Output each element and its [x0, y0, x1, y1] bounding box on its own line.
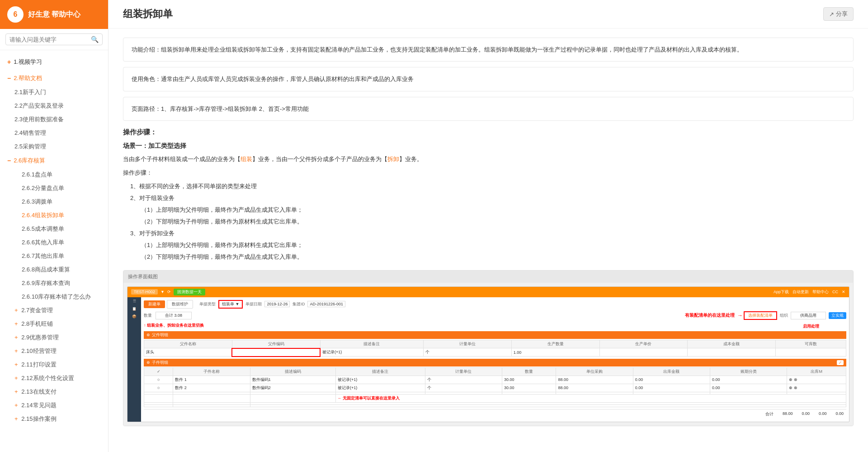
mock-td-1-code: [232, 348, 320, 357]
sidebar-item-videos[interactable]: + 1.视频学习: [0, 55, 108, 69]
search-icon[interactable]: 🔍: [91, 36, 99, 43]
mock-td2-4-code: [250, 394, 335, 402]
mock-org-select[interactable]: 供商品用: [791, 312, 826, 319]
sidebar-item-label: 2.帮助文档: [14, 74, 42, 82]
mock-confirm-btn[interactable]: 立实规: [829, 312, 846, 319]
ops-steps-label: 操作步骤：: [123, 167, 854, 178]
sidebar-item-docs[interactable]: − 2.帮助文档: [0, 71, 108, 86]
mock-refresh-icon: ⟳: [167, 290, 171, 294]
sidebar-item-assembly[interactable]: 2.6.4组装拆卸单: [0, 209, 108, 222]
mock-org-label: 数量: [144, 313, 152, 319]
mock-th2-sub-name: 子件名称: [173, 367, 250, 376]
mock-th-unit: 计量单位: [423, 340, 511, 348]
mock-date-value[interactable]: 2019-12-26: [264, 301, 290, 307]
mock-td-1-name: 床头: [144, 348, 232, 357]
mock-td-1-pprice: [599, 348, 688, 357]
sidebar-item-purchase[interactable]: 2.5采购管理: [0, 140, 108, 153]
mock-td2-2-period: 0.00: [710, 384, 787, 392]
sidebar-item-label: 2.6库存核算: [14, 157, 45, 165]
mock-th-available: 可库数: [776, 340, 846, 348]
collapse-icon-2: −: [7, 157, 11, 164]
search-input[interactable]: [9, 36, 91, 43]
mock-section-icon: ⊕: [146, 333, 150, 337]
sidebar-item-inventory[interactable]: − 2.6库存核算: [0, 153, 108, 168]
mock-td2-1-code: 数件编码1: [250, 376, 335, 384]
sidebar-item-install[interactable]: 2.2产品安装及登录: [0, 99, 108, 113]
plus-icon: +: [14, 334, 18, 341]
mock-new-btn[interactable]: 新建单: [144, 300, 165, 308]
mock-footer-totals: 合计 88.00 0.00 0.00 0.00: [144, 409, 846, 419]
page-title: 组装拆卸单: [123, 7, 173, 21]
mock-select-assembly-btn[interactable]: 选择装配清单: [744, 311, 777, 320]
sidebar-item-data-prep[interactable]: 2.3使用前数据准备: [0, 113, 108, 126]
role-text: 使用角色：通常由生产人员或库管人员完成拆装业务的操作，库管人员确认原材料的出库和…: [132, 76, 414, 82]
mock-date-label: 单据日期: [245, 301, 262, 307]
mock-td-1-desc: 被记录(+1): [320, 348, 423, 357]
sidebar-item-cases[interactable]: + 2.15操作案例: [0, 412, 108, 426]
mock-th2-ops: 出库M: [787, 367, 846, 376]
mock-td2-2-qty: 30.00: [502, 384, 556, 392]
mock-th-desc: 描述备注: [320, 340, 423, 348]
mock-td2-6-sel: [144, 404, 173, 407]
sidebar-item-cost-adjust[interactable]: 2.6.5成本调整单: [0, 222, 108, 236]
screenshot-label: 操作界面截图: [128, 273, 158, 280]
mock-th2-price: 单位采购: [556, 367, 633, 376]
mock-td2-2-name: 数件 2: [173, 384, 250, 392]
path-text: 页面路径：1、库存核算->库存管理->组装拆卸单 2、首页->常用功能: [132, 105, 309, 112]
keyword-disassembly: 拆卸: [387, 156, 399, 162]
plus-icon: +: [14, 415, 18, 422]
mock-th2-select: ✓: [144, 367, 173, 376]
mock-th2-sub-code: 描述编码: [250, 367, 335, 376]
annotation-enable: 启用处理: [803, 324, 819, 328]
ops-header: 操作步骤：: [123, 128, 854, 137]
app-name: 好生意 帮助中心: [28, 10, 80, 19]
sidebar-item-mobile[interactable]: + 2.8手机旺铺: [0, 317, 108, 331]
mock-td2-4-sel: [144, 394, 173, 402]
sidebar-item-other-in[interactable]: 2.6.6其他入库单: [0, 236, 108, 249]
sidebar-item-new-user[interactable]: 2.1新手入门: [0, 86, 108, 99]
mock-td2-2-code: 数件编码2: [250, 384, 335, 392]
search-box[interactable]: 🔍: [5, 33, 103, 45]
mock-th-prod-qty: 生产数量: [511, 340, 599, 348]
mock-td2-2-price: 88.00: [556, 384, 633, 392]
sidebar-item-sales[interactable]: 2.4销售管理: [0, 126, 108, 140]
mock-sidebar-icon2: 📋: [127, 305, 141, 313]
mock-td2-1-unit: 个: [425, 376, 502, 384]
sidebar-item-inventory-error[interactable]: 2.6.10库存账本错了怎么办: [0, 290, 108, 304]
sidebar-item-print[interactable]: + 2.11打印设置: [0, 358, 108, 371]
role-block: 使用角色：通常由生产人员或库管人员完成拆装业务的操作，库管人员确认原材料的出库和…: [123, 67, 854, 91]
mock-app-download: App下载: [774, 289, 789, 295]
nav-section-1: + 1.视频学习: [0, 54, 108, 70]
mock-th2-out-amt: 出库金额: [633, 367, 710, 376]
mock-td-1-pqty: 1.00: [511, 348, 599, 357]
sidebar-item-payment[interactable]: + 2.13在线支付: [0, 385, 108, 399]
sidebar-item-finance[interactable]: + 2.7资金管理: [0, 304, 108, 317]
mock-expand-icon[interactable]: ⤢: [837, 360, 844, 365]
intro-text: 功能介绍：组装拆卸单用来处理企业组装或拆卸等加工业务，支持有固定装配清单的产品加…: [132, 46, 743, 53]
sidebar-item-inventory-query[interactable]: 2.6.9库存账本查询: [0, 276, 108, 290]
mock-sub-section-icon: ⊕: [146, 360, 150, 365]
mock-data-maint-btn[interactable]: 数据维护: [167, 300, 193, 309]
sidebar-item-stocktake[interactable]: 2.6.1盘点单: [0, 168, 108, 181]
sidebar-item-cost-recalc[interactable]: 2.6.8商品成本重算: [0, 263, 108, 276]
sidebar-item-transfer[interactable]: 2.6.3调拨单: [0, 195, 108, 209]
share-button[interactable]: ↗ 分享: [823, 7, 854, 21]
mock-doc-type-value[interactable]: 组装单 ▼: [218, 300, 243, 309]
sidebar-item-coupon[interactable]: + 2.9优惠券管理: [0, 331, 108, 344]
plus-icon: +: [14, 375, 18, 381]
mock-close-icon: ✕: [842, 290, 845, 294]
sidebar-item-faq[interactable]: + 2.14常见问题: [0, 399, 108, 412]
step-3: 3、对于拆卸业务: [130, 228, 854, 239]
sidebar-item-partial-stocktake[interactable]: 2.6.2分量盘点单: [0, 181, 108, 195]
mock-th-parent-code: 父件编码: [232, 340, 320, 348]
step-3-sub-2: （2）下部明细为子件明细，最终作为产成品生成其它入库单。: [141, 251, 854, 263]
sidebar-item-management[interactable]: + 2.10经营管理: [0, 344, 108, 358]
mock-auto-update: 自动更新: [793, 289, 809, 295]
mock-sidebar-icon1: ☰: [127, 297, 141, 305]
sidebar-item-personalize[interactable]: + 2.12系统个性化设置: [0, 371, 108, 385]
sidebar-item-other-out[interactable]: 2.6.7其他出库单: [0, 249, 108, 263]
arrow-right-icon: →: [737, 312, 743, 319]
nav-section-2: − 2.帮助文档 2.1新手入门 2.2产品安装及登录 2.3使用前数据准备 2…: [0, 70, 108, 427]
plus-icon: +: [14, 388, 18, 395]
sidebar: 6 好生意 帮助中心 🔍 + 1.视频学习 − 2.帮助文档 2.1新手入门: [0, 0, 108, 452]
